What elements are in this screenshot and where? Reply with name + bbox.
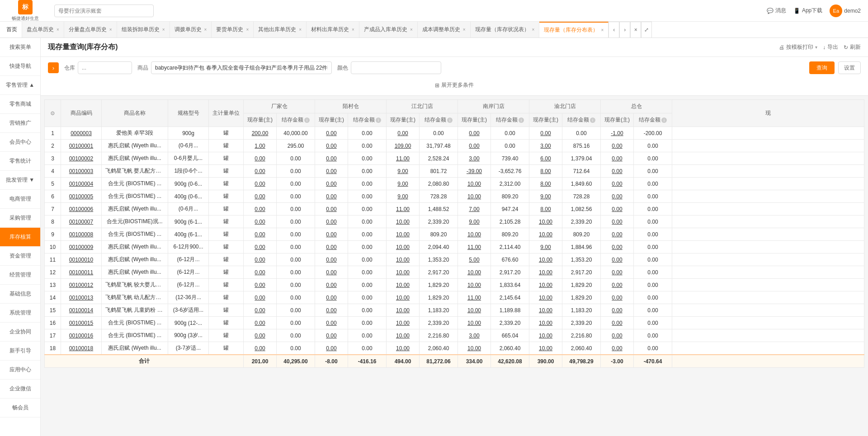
sidebar-item-basic[interactable]: 基础信息 xyxy=(0,285,40,304)
info-icon-2[interactable]: i xyxy=(376,117,381,123)
td-code[interactable]: 00100003 xyxy=(61,165,102,178)
sidebar-item-inventory[interactable]: 库存核算 xyxy=(0,228,40,247)
td-na-qty[interactable]: 10.00 xyxy=(458,228,491,241)
sidebar-item-retail-mgmt[interactable]: 零售管理 ▲ xyxy=(0,76,40,95)
td-na-qty[interactable]: 5.00 xyxy=(458,253,491,266)
settings-btn[interactable]: 设置 xyxy=(838,61,861,74)
td-code[interactable]: 0000003 xyxy=(61,127,102,140)
td-yb-qty[interactable]: 10.00 xyxy=(529,329,562,342)
td-yb-qty[interactable]: 10.00 xyxy=(529,266,562,279)
td-mc-qty[interactable]: 0.00 xyxy=(315,342,348,355)
td-na-qty[interactable]: 10.00 xyxy=(458,279,491,291)
td-total-qty[interactable]: 0.00 xyxy=(601,228,634,241)
td-jb-qty[interactable]: 9.00 xyxy=(387,178,420,190)
export-btn[interactable]: ↓ 导出 xyxy=(823,43,838,51)
td-total-qty[interactable]: 0.00 xyxy=(601,304,634,317)
td-jb-qty[interactable]: 10.00 xyxy=(387,304,420,317)
td-mc-qty[interactable]: 0.00 xyxy=(315,152,348,165)
td-mc-qty[interactable]: 0.00 xyxy=(315,228,348,241)
td-mc-qty[interactable]: 0.00 xyxy=(315,241,348,253)
td-mc-qty[interactable]: 0.00 xyxy=(315,127,348,140)
tab-close-6[interactable]: × xyxy=(299,27,302,32)
td-jb-qty[interactable]: 11.00 xyxy=(387,152,420,165)
sidebar-item-member2[interactable]: 畅会员 xyxy=(0,398,40,417)
td-code[interactable]: 00100004 xyxy=(61,178,102,190)
td-yb-qty[interactable]: 10.00 xyxy=(529,279,562,291)
expand-more-btn[interactable]: ⊞ 展开更多条件 xyxy=(435,80,474,91)
filter-toggle-btn[interactable]: › xyxy=(48,62,59,73)
td-na-qty[interactable]: 10.00 xyxy=(458,190,491,203)
td-jb-qty[interactable]: 10.00 xyxy=(387,228,420,241)
user-menu[interactable]: Ea demo2 xyxy=(830,5,861,17)
td-code[interactable]: 00100001 xyxy=(61,140,102,152)
td-na-qty[interactable]: -39.00 xyxy=(458,165,491,178)
sidebar-item-nav[interactable]: 快捷导航 xyxy=(0,57,40,76)
td-f-qty[interactable]: 0.00 xyxy=(244,329,277,342)
td-code[interactable]: 00100010 xyxy=(61,253,102,266)
td-mc-qty[interactable]: 0.00 xyxy=(315,178,348,190)
td-f-qty[interactable]: 0.00 xyxy=(244,228,277,241)
td-yb-qty[interactable]: 10.00 xyxy=(529,253,562,266)
tab-6[interactable]: 其他出库单历史 × xyxy=(254,22,307,38)
tab-10[interactable]: 现存量（库存状况表）× xyxy=(471,22,540,38)
td-na-qty[interactable]: 10.00 xyxy=(458,266,491,279)
td-jb-qty[interactable]: 9.00 xyxy=(387,190,420,203)
td-f-qty[interactable]: 0.00 xyxy=(244,216,277,228)
td-f-qty[interactable]: 0.00 xyxy=(244,178,277,190)
tab-7[interactable]: 材料出库单历史 × xyxy=(307,22,359,38)
td-yb-qty[interactable]: 8.00 xyxy=(529,165,562,178)
td-code[interactable]: 00100008 xyxy=(61,228,102,241)
td-code[interactable]: 00100007 xyxy=(61,216,102,228)
td-jb-qty[interactable]: 10.00 xyxy=(387,329,420,342)
td-na-qty[interactable]: 9.00 xyxy=(458,216,491,228)
td-total-qty[interactable]: 0.00 xyxy=(601,152,634,165)
td-total-qty[interactable]: 0.00 xyxy=(601,190,634,203)
td-code[interactable]: 00100012 xyxy=(61,279,102,291)
message-btn[interactable]: 💬 消息 xyxy=(767,7,786,14)
query-btn[interactable]: 查询 xyxy=(809,61,835,74)
td-jb-qty[interactable]: 10.00 xyxy=(387,342,420,355)
td-jb-qty[interactable]: 9.00 xyxy=(387,165,420,178)
td-na-qty[interactable]: 3.00 xyxy=(458,329,491,342)
td-total-qty[interactable]: 0.00 xyxy=(601,342,634,355)
td-yb-qty[interactable]: 8.00 xyxy=(529,203,562,216)
app-download-btn[interactable]: 📱 App下载 xyxy=(793,7,822,14)
td-f-qty[interactable]: 0.00 xyxy=(244,241,277,253)
td-na-qty[interactable]: 10.00 xyxy=(458,342,491,355)
tab-close-11[interactable]: × xyxy=(601,28,604,33)
td-mc-qty[interactable]: 0.00 xyxy=(315,253,348,266)
tab-2[interactable]: 分量盘点单历史 × xyxy=(64,22,117,38)
td-f-qty[interactable]: 0.00 xyxy=(244,317,277,329)
td-f-qty[interactable]: 0.00 xyxy=(244,165,277,178)
gear-icon[interactable]: ⚙ xyxy=(50,110,55,117)
td-na-qty[interactable]: 10.00 xyxy=(458,304,491,317)
org-selector[interactable] xyxy=(54,5,154,17)
td-total-qty[interactable]: 0.00 xyxy=(601,178,634,190)
td-mc-qty[interactable]: 0.00 xyxy=(315,190,348,203)
tab-prev[interactable]: ‹ xyxy=(609,22,619,38)
td-code[interactable]: 00100015 xyxy=(61,317,102,329)
sidebar-item-ops[interactable]: 经营管理 xyxy=(0,266,40,285)
tab-close-all[interactable]: × xyxy=(630,22,641,38)
tab-home[interactable]: 首页 xyxy=(2,22,22,38)
sidebar-item-ecom[interactable]: 电商管理 xyxy=(0,190,40,209)
td-code[interactable]: 00100011 xyxy=(61,266,102,279)
td-jb-qty[interactable]: 0.00 xyxy=(387,127,420,140)
td-yb-qty[interactable]: 9.00 xyxy=(529,241,562,253)
td-mc-qty[interactable]: 0.00 xyxy=(315,266,348,279)
td-code[interactable]: 00100013 xyxy=(61,291,102,304)
td-total-qty[interactable]: 0.00 xyxy=(601,329,634,342)
td-na-qty[interactable]: 0.00 xyxy=(458,127,491,140)
info-icon-6[interactable]: i xyxy=(661,117,667,123)
tab-close-4[interactable]: × xyxy=(204,27,207,32)
info-icon-5[interactable]: i xyxy=(590,117,595,123)
sidebar-item-apps[interactable]: 应用中心 xyxy=(0,361,40,380)
td-f-qty[interactable]: 200.00 xyxy=(244,127,277,140)
td-yb-qty[interactable]: 10.00 xyxy=(529,342,562,355)
td-mc-qty[interactable]: 0.00 xyxy=(315,140,348,152)
td-total-qty[interactable]: 0.00 xyxy=(601,165,634,178)
sidebar-item-retail-stats[interactable]: 零售统计 xyxy=(0,152,40,171)
table-container[interactable]: ⚙ 商品编码 商品名称 规格型号 主计量单位 厂家仓 陌村仓 江北门店 南岸门店… xyxy=(41,96,868,436)
tab-close-7[interactable]: × xyxy=(352,27,354,32)
tab-close-9[interactable]: × xyxy=(463,27,466,32)
